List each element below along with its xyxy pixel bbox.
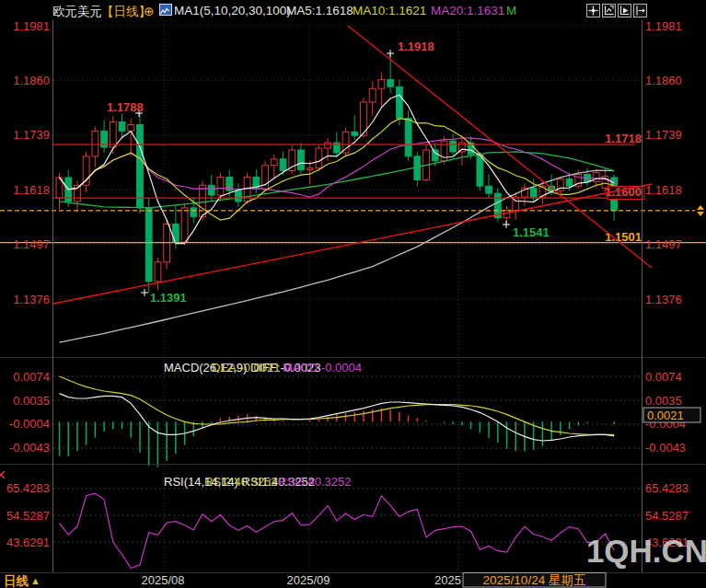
period-selector[interactable]: 日线 <box>4 574 29 588</box>
svg-text:RSI3:40.3252: RSI3:40.3252 <box>278 475 352 489</box>
price-line-handle-icon[interactable] <box>697 205 704 210</box>
svg-text:54.5287: 54.5287 <box>6 509 50 523</box>
svg-text:1.1788: 1.1788 <box>107 100 144 114</box>
svg-text:0.0021: 0.0021 <box>647 409 684 422</box>
svg-text:-0.0004: -0.0004 <box>9 417 50 431</box>
svg-text:43.6291: 43.6291 <box>6 536 50 549</box>
svg-text:0.0035: 0.0035 <box>13 394 50 408</box>
svg-text:65.4283: 65.4283 <box>6 481 50 495</box>
x-axis-tick: 2025/08 <box>142 573 185 587</box>
svg-text:-0.0043: -0.0043 <box>9 441 50 455</box>
svg-text:1.1981: 1.1981 <box>645 19 682 33</box>
svg-text:2025: 2025 <box>434 573 461 587</box>
svg-text:0.0035: 0.0035 <box>645 394 682 408</box>
svg-text:1.1618: 1.1618 <box>13 183 50 197</box>
svg-text:-0.0043: -0.0043 <box>645 441 686 455</box>
svg-text:1.1739: 1.1739 <box>13 128 50 142</box>
svg-text:1.1541: 1.1541 <box>513 225 550 239</box>
svg-text:1.1376: 1.1376 <box>13 293 50 306</box>
svg-text:MACD:-0.0004: MACD:-0.0004 <box>283 361 362 375</box>
watermark: 1QH.CN <box>586 533 706 569</box>
svg-text:0.0074: 0.0074 <box>645 370 682 384</box>
svg-text:0.0074: 0.0074 <box>13 370 50 384</box>
svg-text:54.5287: 54.5287 <box>645 509 689 523</box>
svg-text:1.1718: 1.1718 <box>605 132 642 145</box>
svg-text:1.1860: 1.1860 <box>645 74 682 87</box>
svg-text:1.1739: 1.1739 <box>645 128 682 142</box>
svg-text:1.1860: 1.1860 <box>13 74 50 87</box>
svg-text:1.1497: 1.1497 <box>645 237 682 251</box>
svg-text:1.1618: 1.1618 <box>645 183 682 197</box>
svg-text:1.1918: 1.1918 <box>398 40 434 53</box>
svg-text:1.1981: 1.1981 <box>13 19 50 33</box>
trading-app-window: 欧元美元 【日线】 ⊕ MA1(5,10,20,30,100) MA5:1.16… <box>0 0 706 588</box>
svg-text:DEA:-0.0021: DEA:-0.0021 <box>212 361 280 375</box>
x-axis-tick: 2025/09 <box>287 573 330 587</box>
svg-text:1.1501: 1.1501 <box>605 230 642 244</box>
axis-labels: 1.19811.19811.18601.18601.17391.17391.16… <box>6 19 700 549</box>
svg-text:1.1497: 1.1497 <box>13 237 50 251</box>
crosshair-date-label: 2025/10/24 星期五 <box>483 573 586 587</box>
chart-canvas[interactable]: 1.17181.16001.15011.17881.19181.15411.13… <box>0 0 706 588</box>
svg-text:1.1376: 1.1376 <box>645 293 682 306</box>
svg-text:RSI2:40.3252: RSI2:40.3252 <box>204 475 278 489</box>
svg-text:1.1391: 1.1391 <box>150 291 187 305</box>
svg-text:65.4283: 65.4283 <box>645 481 689 495</box>
period-dropdown-arrow-icon[interactable]: ▲ <box>30 575 41 586</box>
